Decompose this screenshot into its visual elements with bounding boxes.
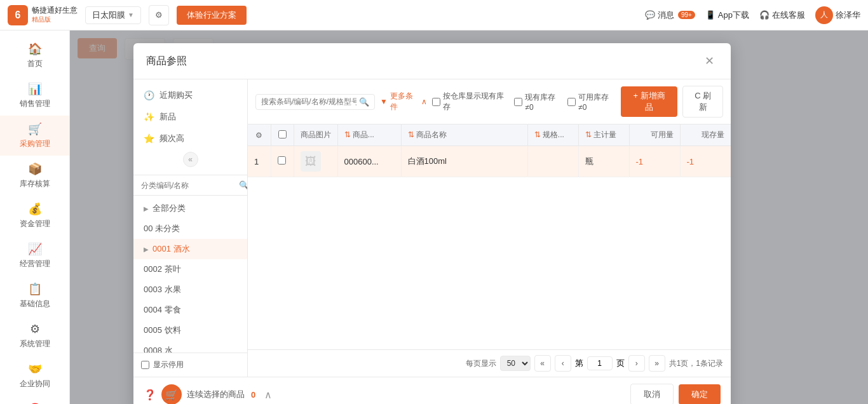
sidebar-item-basics[interactable]: 📋 基础信息: [0, 276, 69, 316]
product-table-container: ⚙ 商品图片 ⇅ 商品...: [248, 125, 731, 349]
th-available: 可用量: [629, 125, 680, 146]
first-page-button[interactable]: «: [534, 355, 551, 372]
logo-icon: 6: [8, 5, 28, 25]
category-search-input[interactable]: [141, 181, 236, 190]
category-item-0002[interactable]: 0002 茶叶: [133, 259, 247, 279]
th-product-name[interactable]: ⇅ 商品名称: [401, 125, 527, 146]
td-checkbox[interactable]: [271, 146, 294, 177]
sales-icon: 📊: [28, 82, 42, 96]
pagination-bar: 每页显示 50 « ‹ 第 页: [248, 349, 731, 377]
collapse-footer-icon[interactable]: ∧: [264, 389, 272, 401]
sidebar-item-guide[interactable]: 🎯 新手引导: [0, 396, 69, 404]
show-disabled-checkbox[interactable]: [141, 361, 149, 369]
app-download-button[interactable]: 📱 App下载: [705, 10, 749, 21]
sidebar-item-finance[interactable]: 💰 资金管理: [0, 196, 69, 236]
user-info[interactable]: 人 徐泽华: [815, 6, 860, 24]
help-icon[interactable]: ❓: [144, 389, 156, 401]
logo-title: 畅捷通好生意: [32, 6, 78, 16]
table-row[interactable]: 1 🖼 000600... 白酒100ml: [248, 146, 731, 177]
selected-text: 连续选择的商品: [187, 389, 245, 400]
message-icon: 💬: [645, 10, 655, 20]
sidebar-item-collab[interactable]: 🤝 企业协同: [0, 356, 69, 396]
recent-purchase-item[interactable]: 🕐 近期购买: [133, 84, 247, 106]
right-panel: 🔍 ▼ 更多条件 ∧ 按仓库显示现有库存: [248, 79, 731, 377]
high-freq-item[interactable]: ⭐ 频次高: [133, 128, 247, 149]
left-quick-menu: 🕐 近期购买 ✨ 新品 ⭐ 频次高 «: [133, 79, 247, 175]
modal-body: 🕐 近期购买 ✨ 新品 ⭐ 频次高 «: [133, 79, 731, 377]
category-label-0001: 0001 酒水: [153, 243, 190, 255]
stock-not-zero-checkbox[interactable]: [514, 98, 522, 106]
search-icon[interactable]: 🔍: [239, 180, 248, 190]
sidebar: 🏠 首页 📊 销售管理 🛒 采购管理 📦 库存核算 💰 资金管理 📈 经营管理 …: [0, 30, 70, 404]
freq-icon: ⭐: [144, 133, 154, 144]
stock-not-zero-label[interactable]: 现有库存≠0: [514, 92, 562, 112]
category-item-0001[interactable]: ▶ 0001 酒水: [133, 239, 247, 259]
page-number-input[interactable]: [587, 356, 613, 370]
category-item-all[interactable]: ▶ 全部分类: [133, 198, 247, 219]
sidebar-item-sales[interactable]: 📊 销售管理: [0, 76, 69, 116]
content-area: 查询 设置 刷新 商品参照 ✕ 🕐 近期购买: [70, 30, 868, 404]
warehouse-filter-label[interactable]: 按仓库显示现有库存: [432, 91, 509, 112]
sort-icon-code: ⇅: [344, 130, 351, 139]
logo-sub: 精品版: [32, 15, 78, 24]
cart-button[interactable]: 🛒: [161, 384, 182, 404]
cancel-button[interactable]: 取消: [630, 384, 674, 404]
product-image-placeholder: 🖼: [301, 151, 321, 172]
trial-button[interactable]: 体验行业方案: [177, 6, 247, 25]
category-label-0003: 0003 水果: [144, 284, 181, 295]
modal-header: 商品参照 ✕: [133, 43, 731, 79]
usable-not-zero-checkbox[interactable]: [567, 98, 576, 106]
username-label: 徐泽华: [836, 10, 860, 21]
messages-button[interactable]: 💬 消息 99+: [645, 10, 695, 21]
home-icon: 🏠: [28, 42, 42, 56]
usable-not-zero-label[interactable]: 可用库存≠0: [567, 92, 616, 112]
total-info: 共1页，1条记录: [669, 358, 723, 369]
logo-area: 6 畅捷通好生意 精品版: [8, 5, 78, 25]
category-item-0004[interactable]: 0004 零食: [133, 300, 247, 320]
expand-icon-0001: ▶: [144, 246, 149, 253]
category-item-0008[interactable]: 0008 水: [133, 340, 247, 353]
add-product-button[interactable]: + 新增商品: [621, 86, 677, 117]
th-settings[interactable]: ⚙: [248, 125, 271, 146]
ops-icon: 📈: [28, 242, 42, 256]
category-label-0008: 0008 水: [144, 345, 173, 353]
page-size-select[interactable]: 50: [500, 356, 531, 371]
modal-close-button[interactable]: ✕: [700, 52, 718, 70]
show-disabled-label[interactable]: 显示停用: [153, 360, 184, 370]
sidebar-item-system[interactable]: ⚙ 系统管理: [0, 316, 69, 356]
top-nav: 6 畅捷通好生意 精品版 日太阳膜 ▼ ⚙ 体验行业方案 💬 消息 99+ 📱 …: [0, 0, 868, 30]
more-filter-label: 更多条件: [390, 91, 419, 112]
new-product-item[interactable]: ✨ 新品: [133, 106, 247, 128]
category-item-0005[interactable]: 0005 饮料: [133, 320, 247, 340]
sidebar-item-home[interactable]: 🏠 首页: [0, 36, 69, 76]
next-page-button[interactable]: ›: [628, 355, 645, 372]
row-checkbox[interactable]: [278, 156, 286, 165]
refresh-button[interactable]: C 刷新: [682, 86, 723, 118]
collapse-left-button[interactable]: «: [183, 152, 198, 167]
sidebar-label-purchase: 采购管理: [20, 138, 50, 149]
th-unit[interactable]: ⇅ 主计量: [578, 125, 629, 146]
th-spec[interactable]: ⇅ 规格...: [527, 125, 578, 146]
search-submit-icon[interactable]: 🔍: [359, 97, 369, 107]
first-page-icon: «: [540, 359, 545, 368]
sidebar-item-ops[interactable]: 📈 经营管理: [0, 236, 69, 276]
more-filter-button[interactable]: ▼ 更多条件 ∧: [380, 91, 427, 112]
category-item-uncategorized[interactable]: 00 未分类: [133, 219, 247, 239]
td-product-code: 000600...: [337, 146, 401, 177]
nav-right: 💬 消息 99+ 📱 App下载 🎧 在线客服 人 徐泽华: [645, 6, 860, 24]
product-search-input[interactable]: [261, 97, 356, 106]
sidebar-label-inventory: 库存核算: [20, 178, 50, 189]
settings-button[interactable]: ⚙: [149, 5, 169, 25]
selector-dropdown[interactable]: 日太阳膜 ▼: [85, 6, 141, 24]
th-product-code[interactable]: ⇅ 商品...: [337, 125, 401, 146]
sidebar-item-inventory[interactable]: 📦 库存核算: [0, 156, 69, 196]
sidebar-item-purchase[interactable]: 🛒 采购管理: [0, 116, 69, 156]
category-item-0003[interactable]: 0003 水果: [133, 279, 247, 300]
online-service-button[interactable]: 🎧 在线客服: [759, 10, 805, 21]
table-header-row: ⚙ 商品图片 ⇅ 商品...: [248, 125, 731, 146]
confirm-button[interactable]: 确定: [679, 384, 721, 404]
prev-page-button[interactable]: ‹: [555, 355, 571, 372]
last-page-button[interactable]: »: [649, 355, 665, 372]
select-all-checkbox[interactable]: [278, 130, 287, 138]
warehouse-filter-checkbox[interactable]: [432, 98, 440, 106]
